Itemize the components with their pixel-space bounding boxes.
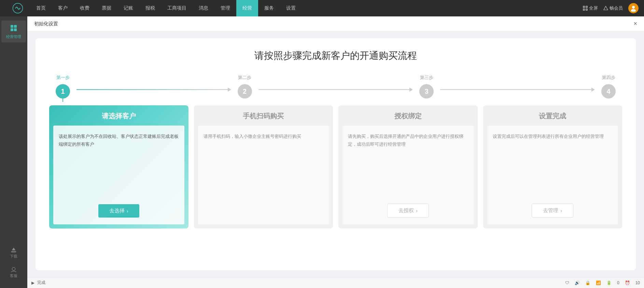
connector-2-3 — [258, 88, 413, 92]
step-4-btn-arrow: › — [560, 208, 562, 213]
customer-service-label: 客服 — [10, 273, 17, 278]
svg-marker-13 — [12, 248, 16, 250]
nav-message[interactable]: 消息 — [193, 0, 214, 16]
steps-columns: 请选择客户 该处展示的客户为不在回收站、客户状态正常建账后完成老板端绑定的所有客… — [49, 105, 622, 228]
app-logo — [5, 3, 30, 14]
nav-operations[interactable]: 经营 — [236, 0, 258, 16]
step-3-action-button[interactable]: 去授权 › — [387, 204, 429, 218]
play-icon: ▶ — [31, 280, 34, 285]
step-1-btn-arrow: › — [127, 208, 128, 214]
vip-button[interactable]: 畅会员 — [603, 5, 623, 11]
step-1-indicator: 第一步 1 — [49, 75, 76, 99]
lock-icon: 🔒 — [585, 280, 590, 285]
step-col-2-header: 手机扫码购买 — [194, 105, 333, 126]
step-2-indicator: 第二步 2 — [231, 75, 258, 99]
status-bar: ▶ 完成 🛡 🔊 🔒 📶 🔋 0 ⏰ 10 — [27, 277, 644, 288]
svg-rect-12 — [11, 251, 16, 252]
status-right: 🛡 🔊 🔒 📶 🔋 0 ⏰ 10 — [565, 280, 640, 285]
nav-items: 首页 客户 收费 票据 记账 报税 工商项目 消息 管理 经营 服务 设置 — [30, 0, 583, 16]
connector-1-2 — [76, 88, 231, 92]
sidebar-customer-service[interactable]: 客服 — [1, 263, 26, 281]
nav-biz-project[interactable]: 工商项目 — [161, 0, 193, 16]
svg-rect-3 — [583, 9, 585, 10]
nav-customer[interactable]: 客户 — [52, 0, 74, 16]
svg-rect-8 — [11, 25, 13, 28]
svg-rect-2 — [586, 6, 587, 8]
step-col-4-footer: 去管理 › — [487, 198, 618, 224]
step-4-indicator: 第四步 4 — [595, 75, 622, 99]
time-display: 0 — [617, 280, 619, 285]
sidebar-item-operations[interactable]: 经营管理 — [1, 21, 26, 42]
step-3-indicator: 第三步 3 — [413, 75, 440, 99]
step-1-btn-label: 去选择 — [109, 208, 125, 214]
svg-point-6 — [632, 6, 635, 9]
step-col-4: 设置完成 设置完成后可以在管理列表进行所有企业用户的经营管理 去管理 › — [483, 105, 622, 228]
nav-tax[interactable]: 报税 — [139, 0, 161, 16]
user-avatar[interactable] — [628, 3, 639, 13]
steps-indicator: 第一步 1 第二步 — [49, 75, 622, 99]
page-title: 初始化设置 — [34, 21, 58, 27]
nav-home[interactable]: 首页 — [30, 0, 52, 16]
svg-rect-10 — [11, 28, 13, 31]
svg-rect-9 — [14, 25, 17, 28]
download-label: 下载 — [10, 254, 17, 259]
step-4-label: 第四步 — [602, 75, 615, 81]
step-col-1-header: 请选择客户 — [49, 105, 188, 126]
top-navigation: 首页 客户 收费 票据 记账 报税 工商项目 消息 管理 经营 服务 设置 全屏… — [0, 0, 644, 16]
nav-settings[interactable]: 设置 — [280, 0, 302, 16]
step-col-2-body: 请用手机扫码，输入小微企业主账号密码进行购买 — [198, 126, 329, 212]
step-col-4-header: 设置完成 — [483, 105, 622, 126]
sidebar-item-label: 经营管理 — [6, 34, 21, 39]
nav-account[interactable]: 记账 — [117, 0, 139, 16]
step-4-action-button[interactable]: 去管理 › — [532, 204, 573, 218]
svg-marker-5 — [604, 6, 608, 10]
step-3-btn-label: 去授权 — [398, 207, 414, 214]
sidebar-bottom: 下载 客服 — [1, 244, 26, 288]
main-layout: 经营管理 下载 客服 初始化设置 × 请按照步骤完成新客户的开通购买流程 — [0, 16, 644, 288]
connector-3-4 — [440, 88, 595, 92]
step-3-btn-arrow: › — [416, 208, 418, 213]
step-col-3-body: 请先购买，购买后选择开通的产品中的企业用户进行授权绑定，成功后即可进行经营管理 — [342, 126, 474, 198]
step-col-1-body: 该处展示的客户为不在回收站、客户状态正常建账后完成老板端绑定的所有客户 — [53, 126, 184, 199]
step-4-circle: 4 — [601, 84, 616, 99]
step-3-circle: 3 — [419, 84, 434, 99]
nav-manage[interactable]: 管理 — [214, 0, 236, 16]
close-button[interactable]: × — [633, 20, 637, 27]
network-icon: 📶 — [596, 280, 601, 285]
svg-rect-1 — [583, 6, 585, 8]
step-col-2: 手机扫码购买 请用手机扫码，输入小微企业主账号密码进行购买 — [194, 105, 333, 228]
sidebar-download[interactable]: 下载 — [1, 244, 26, 262]
step-1-circle: 1 — [56, 84, 70, 99]
svg-point-14 — [12, 267, 15, 271]
vip-label: 畅会员 — [610, 5, 623, 11]
step-1-action-button[interactable]: 去选择 › — [98, 204, 139, 218]
page-header: 初始化设置 × — [27, 16, 644, 31]
step-2-label: 第二步 — [238, 75, 251, 81]
battery-icon: 🔋 — [606, 280, 612, 285]
step-col-4-body: 设置完成后可以在管理列表进行所有企业用户的经营管理 — [487, 126, 618, 198]
process-title: 请按照步骤完成新客户的开通购买流程 — [49, 49, 622, 62]
nav-invoice[interactable]: 票据 — [96, 0, 117, 16]
nav-right: 全屏 畅会员 — [583, 3, 639, 13]
nav-fee[interactable]: 收费 — [74, 0, 96, 16]
step-col-1-footer: 去选择 › — [53, 199, 184, 224]
sidebar: 经营管理 下载 客服 — [0, 16, 27, 288]
card-area: 请按照步骤完成新客户的开通购买流程 第一步 1 — [27, 31, 644, 277]
time-value: 10 — [635, 280, 640, 285]
step-1-tick — [62, 99, 63, 102]
step-3-label: 第三步 — [420, 75, 433, 81]
volume-icon: 🔊 — [575, 280, 580, 285]
step-4-btn-label: 去管理 — [543, 207, 558, 214]
step-col-3-footer: 去授权 › — [342, 198, 474, 224]
clock-icon: ⏰ — [625, 280, 630, 285]
fullscreen-label: 全屏 — [589, 5, 598, 11]
svg-rect-4 — [586, 9, 587, 10]
svg-rect-11 — [14, 28, 17, 31]
fullscreen-button[interactable]: 全屏 — [583, 5, 598, 11]
step-col-3-header: 授权绑定 — [338, 105, 478, 126]
main-content: 初始化设置 × 请按照步骤完成新客户的开通购买流程 第一步 1 — [27, 16, 644, 288]
step-col-1: 请选择客户 该处展示的客户为不在回收站、客户状态正常建账后完成老板端绑定的所有客… — [49, 105, 188, 228]
nav-service[interactable]: 服务 — [258, 0, 280, 16]
svg-point-7 — [631, 9, 636, 12]
step-col-3: 授权绑定 请先购买，购买后选择开通的产品中的企业用户进行授权绑定，成功后即可进行… — [338, 105, 478, 228]
